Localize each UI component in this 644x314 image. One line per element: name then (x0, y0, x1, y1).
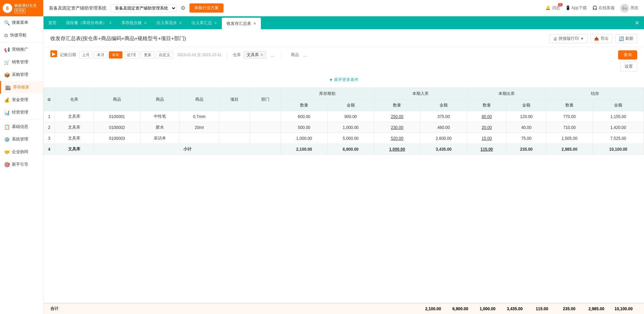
sidebar-item-finance[interactable]: 💰 资金管理 (0, 94, 43, 106)
sidebar-item-search[interactable]: 🔍 搜索菜单 (0, 16, 43, 29)
sidebar-item-system[interactable]: ⚙️ 系统管理 (0, 133, 43, 146)
col-in-qty-header: 数量 (374, 100, 420, 111)
set-button[interactable]: 设置 (620, 62, 637, 71)
tab-recv-send-label: 收发存汇总表 (227, 21, 251, 27)
guide-icon: 🎯 (4, 162, 10, 167)
user-section[interactable]: Ea 用友 (620, 4, 639, 13)
operations-icon: 📊 (4, 110, 10, 115)
cell-warehouse: 文具库 (55, 122, 94, 133)
tab-home[interactable]: 首页 (44, 16, 61, 29)
query-button[interactable]: 查询 (618, 50, 637, 60)
sidebar-item-quick-nav[interactable]: ⊙ 快捷导航 (0, 29, 43, 42)
inventory-icon: 🏬 (5, 85, 11, 90)
cell-open-amt: 6,900.00 (327, 144, 374, 155)
online-service[interactable]: 🎧 在线客服 (592, 5, 615, 11)
total-in-qty: 1,000.00 (474, 307, 501, 311)
tab-inout-flow-close[interactable]: ✕ (179, 21, 182, 25)
cell-warehouse: 文具库 (55, 133, 94, 144)
col-settings-header[interactable]: ⚙ (44, 88, 55, 111)
sidebar-item-marketing[interactable]: 📢 营销推广 (0, 43, 43, 56)
cell-open-amt: 1,000.00 (327, 122, 374, 133)
col-in-header: 本期入库 (374, 88, 467, 100)
sidebar-item-operations[interactable]: 📊 经营管理 (0, 106, 43, 119)
cell-in-qty[interactable]: 1,000.00 (374, 144, 420, 155)
tabbar-close-all[interactable]: ✕ (630, 20, 644, 26)
tab-batch-ledger[interactable]: 库存批次账 ✕ (117, 16, 152, 29)
goods-more-btn[interactable]: ... (302, 52, 309, 58)
cell-bal-qty: 1,505.00 (546, 133, 593, 144)
col-open-amt-header: 金额 (327, 100, 374, 111)
sidebar-header: 6 畅捷通好生意 标准版 (0, 0, 43, 16)
cell-no: 1 (44, 111, 55, 122)
warehouse-remove-btn[interactable]: ✕ (260, 53, 263, 57)
cell-goods-spec (179, 133, 219, 144)
refresh-icon: 🔄 (619, 36, 624, 41)
cell-project (219, 133, 250, 144)
tab-recv-send-close[interactable]: ✕ (253, 21, 256, 26)
total-bal-qty: 2,985.00 (583, 307, 610, 311)
tab-inout-flow[interactable]: 出入库流水 ✕ (152, 16, 187, 29)
tab-stock-dist-close[interactable]: ✕ (109, 21, 112, 25)
tab-inout-summary-close[interactable]: ✕ (214, 21, 217, 25)
cell-in-amt: 460.00 (420, 122, 467, 133)
sidebar-item-label: 营销推广 (12, 47, 28, 52)
settings-button[interactable]: ⚙ (181, 5, 185, 11)
total-bal-amt: 10,100.00 (610, 307, 637, 311)
cell-warehouse: 文具库 (55, 144, 94, 155)
sidebar-item-inventory[interactable]: 🏬 库存核算 (0, 81, 43, 94)
cell-in-qty[interactable]: 250.00 (374, 111, 420, 122)
table-wrap: ⚙ 仓库 商品 商品 商品 项目 部门 库存期初 本期入库 本期出库 结存 数量 (44, 88, 644, 303)
date-btn-7days[interactable]: 近7天 (124, 51, 139, 59)
date-btn-this-month[interactable]: 本月 (94, 51, 108, 59)
trial-button[interactable]: 体验行业方案 (189, 3, 224, 13)
export-button[interactable]: 📤 导出 (590, 34, 612, 43)
app-download[interactable]: 📱 App下载 (565, 5, 587, 11)
total-label: 合计 (50, 306, 118, 312)
system-select[interactable]: 装备及固定资产辅助管理系统 (111, 4, 177, 12)
date-btn-custom[interactable]: 自定义 (156, 51, 173, 59)
warehouse-more-btn[interactable]: ... (269, 52, 276, 58)
col-goods-spec-header: 商品 (179, 88, 219, 111)
notification-wrap[interactable]: 🔔 6 消息 (545, 5, 560, 11)
tab-inout-summary[interactable]: 出入库汇总 ✕ (187, 16, 222, 29)
col-opening-header: 库存期初 (281, 88, 374, 100)
col-goods-code-header: 商品 (94, 88, 141, 111)
cell-in-qty[interactable]: 230.00 (374, 122, 420, 133)
purchase-icon: 📦 (4, 72, 10, 78)
bottom-bar: 合计 2,100.00 6,900.00 1,000.00 3,435.00 1… (44, 303, 644, 314)
tab-recv-send-summary[interactable]: 收发存汇总表 ✕ (222, 18, 261, 29)
sidebar-item-purchase[interactable]: 📦 采购管理 (0, 68, 43, 81)
total-in-amt: 3,435.00 (501, 307, 528, 311)
search-icon: 🔍 (4, 20, 10, 26)
collapse-icon[interactable]: ▶ (50, 50, 57, 57)
cell-out-qty[interactable]: 15.00 (467, 133, 507, 144)
date-btn-last-month[interactable]: 上月 (79, 51, 93, 59)
cell-project (219, 111, 250, 122)
cell-in-qty[interactable]: 520.00 (374, 133, 420, 144)
sidebar-item-label: 快捷导航 (10, 32, 27, 38)
cell-out-qty[interactable]: 80.00 (467, 111, 507, 122)
user-label: 用友 (630, 5, 639, 11)
refresh-button[interactable]: 🔄 刷新 (615, 34, 637, 43)
cell-out-qty[interactable]: 115.00 (467, 144, 507, 155)
logo-text: 畅捷通好生意 标准版 (14, 3, 37, 13)
tab-home-label: 首页 (48, 20, 56, 26)
sidebar-item-label: 企业协同 (12, 149, 28, 155)
expand-conditions-btn[interactable]: ▼ 展开更多条件 (329, 77, 359, 83)
cell-out-qty[interactable]: 20.00 (467, 122, 507, 133)
print-button[interactable]: 🖨 拼接版打印 ▼ (549, 34, 588, 43)
tab-batch-ledger-close[interactable]: ✕ (144, 21, 147, 25)
date-btn-more[interactable]: 更多 (141, 51, 154, 59)
notification-badge: 6 (558, 3, 563, 6)
tab-stock-dist[interactable]: 现存量（库存分布表） ✕ (61, 16, 117, 29)
sidebar-item-basic[interactable]: 📋 基础信息 (0, 120, 43, 133)
cell-bal-qty: 710.00 (546, 122, 593, 133)
col-bal-qty-header: 数量 (546, 100, 593, 111)
cell-out-amt: 120.00 (507, 111, 546, 122)
sidebar-item-enterprise[interactable]: 🤝 企业协同 (0, 146, 43, 158)
date-btn-this-year[interactable]: 本年 (109, 51, 122, 59)
col-bal-amt-header: 金额 (593, 100, 644, 111)
sidebar-item-guide[interactable]: 🎯 新手引导 (0, 158, 43, 171)
table-body: 1 文具库 0100001 中性笔 0.7mm 600.00 900.00 25… (44, 111, 644, 155)
sidebar-item-sales[interactable]: 🛒 销售管理 (0, 56, 43, 68)
